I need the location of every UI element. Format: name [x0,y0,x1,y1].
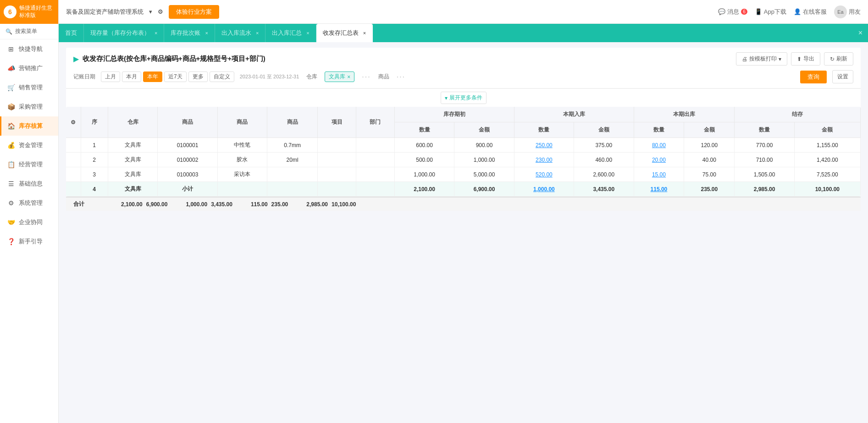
sub-bal-qty: 2,985.00 [735,182,794,197]
sidebar-item-inventory[interactable]: 🏠 库存核算 [0,116,58,136]
sidebar-item-quick-nav[interactable]: ⊞ 快捷导航 [0,39,58,59]
tab-in-out-flow[interactable]: 出入库流水 × [215,24,265,42]
user-avatar[interactable]: Ea 用友 [834,5,861,18]
date-btn-cur-month[interactable]: 本月 [122,71,141,82]
row1-in-qty[interactable]: 250.00 [514,138,574,153]
row2-out-qty[interactable]: 20.00 [634,153,684,167]
tab-in-out-flow-close[interactable]: × [256,30,259,36]
query-button[interactable]: 查询 [800,71,827,83]
settings-icon[interactable]: ⚙ [158,8,163,15]
sidebar-item-basic[interactable]: ☰ 基础信息 [0,174,58,193]
sidebar-item-system-label: 系统管理 [19,199,43,207]
col-balance-qty: 数量 [735,122,794,138]
date-btn-prev-month[interactable]: 上月 [101,71,120,82]
row2-open-amt: 1,000.00 [454,153,514,167]
message-badge: 6 [741,9,747,15]
row3-settings [66,167,81,182]
row1-out-qty[interactable]: 80.00 [634,138,684,153]
row2-spec: 20ml [267,153,318,167]
sidebar-item-enterprise[interactable]: 🤝 企业协同 [0,213,58,232]
expand-icon: ▾ [445,95,448,101]
sub-out-qty[interactable]: 115.00 [634,182,684,197]
col-project: 项目 [318,107,356,138]
close-all-tabs[interactable]: × [858,29,868,37]
sidebar-item-operations[interactable]: 📋 经营管理 [0,155,58,174]
col-out-amt: 金额 [684,122,735,138]
row3-open-amt: 5,000.00 [454,167,514,182]
sidebar-item-guide[interactable]: ❓ 新手引导 [0,232,58,251]
phone-icon: 📱 [755,8,762,15]
sidebar-item-marketing[interactable]: 📣 营销推广 [0,59,58,78]
refresh-label: 刷新 [836,55,847,63]
row2-bal-qty: 710.00 [735,153,794,167]
system-icon: ⚙ [7,199,15,207]
row2-out-qty-link[interactable]: 20.00 [652,157,666,163]
system-dropdown[interactable]: ▾ [149,8,152,15]
user-label: 用友 [849,8,861,16]
settings-button[interactable]: 设置 [832,70,853,83]
tab-receive-send-summary[interactable]: 收发存汇总表 × [316,24,373,42]
sidebar-item-purchase[interactable]: 📦 采购管理 [0,97,58,116]
export-btn[interactable]: ⬆ 导出 [791,52,820,66]
message-label: 消息 [727,8,739,16]
sidebar-item-operations-label: 经营管理 [19,160,43,169]
row1-out-amt: 120.00 [684,138,735,153]
tab-in-out-summary-close[interactable]: × [306,30,309,36]
tab-receive-send-close[interactable]: × [363,30,366,36]
row2-project [318,153,356,167]
search-menu[interactable]: 🔍 搜索菜单 [0,24,58,39]
sub-in-qty[interactable]: 1,000.00 [514,182,574,197]
date-btn-7days[interactable]: 近7天 [164,71,187,82]
row2-warehouse: 文具库 [108,153,157,167]
row3-in-qty[interactable]: 520.00 [514,167,574,182]
refresh-btn[interactable]: ↻ 刷新 [824,52,853,66]
tab-inventory-dist[interactable]: 现存量（库存分布表） × [84,24,164,42]
export-icon: ⬆ [797,56,802,62]
tab-batch-ledger-close[interactable]: × [205,30,208,36]
warehouse-tag: 文具库 × [325,71,354,82]
row2-dept [356,153,394,167]
sub-bal-amt: 10,100.00 [794,182,860,197]
online-service-btn[interactable]: 👤 在线客服 [794,8,827,16]
warehouse-dots[interactable]: ··· [362,73,370,81]
tab-batch-ledger[interactable]: 库存批次账 × [164,24,215,42]
sub-in-qty-link[interactable]: 1,000.00 [533,186,555,192]
topbar-left: 装备及固定资产辅助管理系统 ▾ ⚙ 体验行业方案 [66,5,219,19]
purchase-icon: 📦 [7,103,15,110]
row3-out-qty[interactable]: 15.00 [634,167,684,182]
message-btn[interactable]: 💬 消息 6 [718,8,747,16]
tab-inventory-dist-close[interactable]: × [155,30,157,36]
sub-empty4 [356,182,394,197]
row1-out-qty-link[interactable]: 80.00 [652,142,666,148]
col-product-spec: 商品 [267,107,318,138]
tab-home[interactable]: 首页 [59,24,84,42]
product-dots[interactable]: ··· [397,73,405,81]
expand-conditions-btn[interactable]: ▾ 展开更多条件 [441,92,487,104]
sub-out-qty-link[interactable]: 115.00 [651,186,668,192]
tab-batch-ledger-label: 库存批次账 [171,29,200,37]
row2-in-qty[interactable]: 230.00 [514,153,574,167]
row2-in-qty-link[interactable]: 230.00 [536,157,553,163]
sidebar-item-finance[interactable]: 💰 资金管理 [0,136,58,155]
inventory-icon: 🏠 [7,122,15,130]
date-btn-custom[interactable]: 自定义 [210,71,234,82]
sidebar-item-sales[interactable]: 🛒 销售管理 [0,78,58,97]
print-btn[interactable]: 🖨 按模板打印 ▾ [736,52,787,66]
col-settings[interactable]: ⚙ [66,107,81,138]
filter-expand-area: ▾ 展开更多条件 [66,88,861,107]
date-btn-cur-year[interactable]: 本年 [143,71,162,82]
app-download-btn[interactable]: 📱 App下载 [755,8,786,16]
date-btn-more[interactable]: 更多 [188,71,208,82]
sub-in-amt: 3,435.00 [574,182,634,197]
sidebar-item-system[interactable]: ⚙ 系统管理 [0,193,58,213]
table-row: 2 文具库 0100002 胶水 20ml 500.00 1,000.00 23… [66,153,861,167]
row1-in-qty-link[interactable]: 250.00 [536,142,553,148]
row3-out-qty-link[interactable]: 15.00 [652,171,666,178]
warehouse-tag-close[interactable]: × [347,74,350,80]
trial-btn[interactable]: 体验行业方案 [169,5,219,19]
collapse-btn[interactable]: ▶ [73,55,79,63]
date-range-display: 2023-01-01 至 2023-12-31 [240,73,299,80]
total-out-qty: 115.00 [251,201,268,208]
row3-in-qty-link[interactable]: 520.00 [536,171,553,178]
tab-in-out-summary[interactable]: 出入库汇总 × [265,24,316,42]
